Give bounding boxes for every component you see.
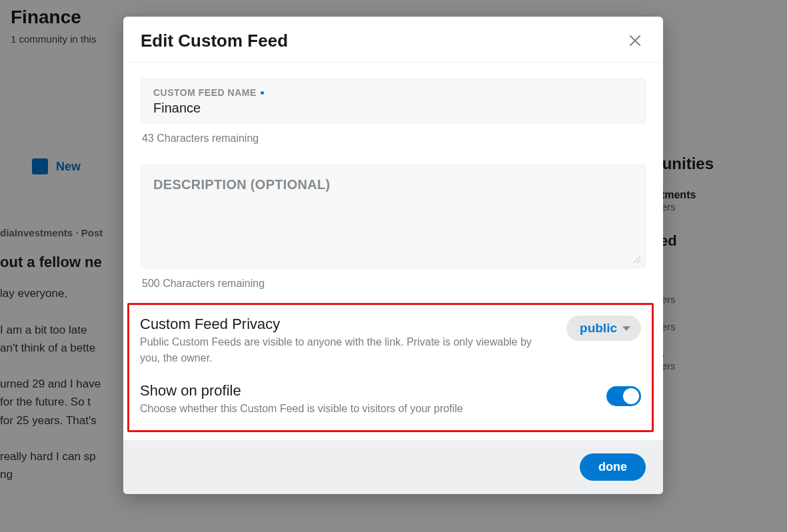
modal-header: Edit Custom Feed bbox=[123, 17, 663, 63]
modal-footer: done bbox=[123, 440, 663, 494]
resize-handle-icon bbox=[632, 254, 641, 264]
modal-body: CUSTOM FEED NAME 43 Characters remaining… bbox=[123, 63, 663, 436]
feed-name-group[interactable]: CUSTOM FEED NAME bbox=[141, 79, 646, 123]
profile-desc: Choose whether this Custom Feed is visib… bbox=[140, 401, 590, 417]
feed-desc-charcount: 500 Characters remaining bbox=[142, 278, 646, 290]
edit-custom-feed-modal: Edit Custom Feed CUSTOM FEED NAME 43 Cha… bbox=[123, 17, 663, 494]
profile-title: Show on profile bbox=[140, 382, 590, 399]
privacy-title: Custom Feed Privacy bbox=[140, 316, 550, 333]
required-dot-icon bbox=[261, 91, 264, 95]
toggle-knob bbox=[623, 388, 639, 404]
feed-desc-group[interactable]: DESCRIPTION (OPTIONAL) bbox=[141, 164, 646, 268]
svg-line-3 bbox=[637, 260, 640, 263]
privacy-value: public bbox=[580, 321, 617, 336]
privacy-dropdown[interactable]: public bbox=[566, 316, 641, 341]
feed-name-input[interactable] bbox=[153, 98, 633, 116]
close-icon bbox=[627, 33, 643, 49]
privacy-setting-row: Custom Feed Privacy Public Custom Feeds … bbox=[140, 316, 641, 366]
done-button[interactable]: done bbox=[580, 453, 646, 481]
feed-name-charcount: 43 Characters remaining bbox=[142, 133, 646, 144]
chevron-down-icon bbox=[622, 326, 630, 331]
privacy-desc: Public Custom Feeds are visible to anyon… bbox=[140, 334, 550, 366]
feed-desc-placeholder: DESCRIPTION (OPTIONAL) bbox=[153, 177, 633, 192]
feed-name-label: CUSTOM FEED NAME bbox=[153, 87, 633, 98]
modal-title: Edit Custom Feed bbox=[141, 31, 288, 51]
highlighted-settings: Custom Feed Privacy Public Custom Feeds … bbox=[127, 303, 654, 432]
close-button[interactable] bbox=[624, 30, 646, 51]
show-on-profile-row: Show on profile Choose whether this Cust… bbox=[140, 382, 641, 417]
show-on-profile-toggle[interactable] bbox=[606, 386, 641, 406]
svg-line-2 bbox=[634, 256, 640, 263]
